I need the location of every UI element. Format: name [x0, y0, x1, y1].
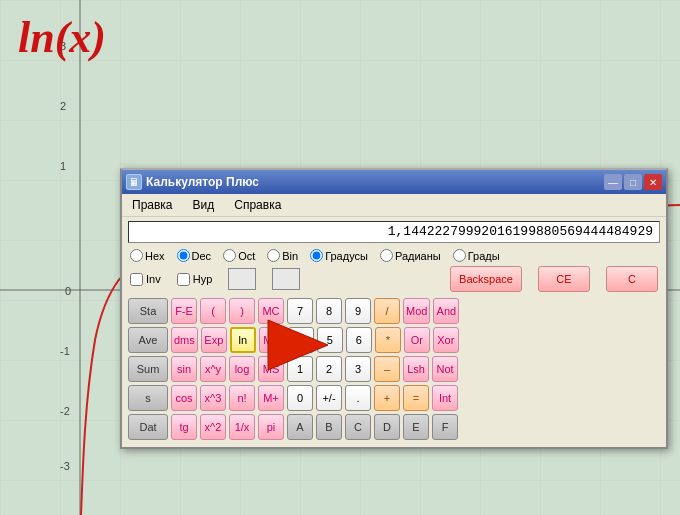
radio-bin[interactable]: Bin — [267, 249, 298, 262]
maximize-button[interactable]: □ — [624, 174, 642, 190]
num0-button[interactable]: 0 — [287, 385, 313, 411]
number-system-row: Hex Dec Oct Bin Градусы Радианы Грады — [122, 247, 666, 264]
svg-text:-1: -1 — [60, 345, 70, 357]
menu-view[interactable]: Вид — [187, 196, 221, 214]
xpowy-button[interactable]: x^y — [200, 356, 226, 382]
window-title: Калькулятор Плюс — [146, 175, 604, 189]
app-icon: 🖩 — [126, 174, 142, 190]
num2-button[interactable]: 2 — [316, 356, 342, 382]
lparen-button[interactable]: ( — [200, 298, 226, 324]
and-button[interactable]: And — [433, 298, 459, 324]
log-button[interactable]: log — [229, 356, 255, 382]
lsh-button[interactable]: Lsh — [403, 356, 429, 382]
radio-degrees[interactable]: Градусы — [310, 249, 368, 262]
c-button[interactable]: C — [606, 266, 658, 292]
hexf-button[interactable]: F — [432, 414, 458, 440]
div-button[interactable]: / — [374, 298, 400, 324]
svg-text:0: 0 — [65, 285, 71, 297]
btn-row-1: Sta F-E ( ) MC 7 8 9 / Mod And — [128, 298, 660, 324]
calculator-display: 1,14422279992016199880569444484929 — [128, 221, 660, 243]
svg-text:2: 2 — [60, 100, 66, 112]
ce-button[interactable]: CE — [538, 266, 590, 292]
btn-row-4: s cos x^3 n! M+ 0 +/- . + = Int — [128, 385, 660, 411]
radio-hex[interactable]: Hex — [130, 249, 165, 262]
menu-help[interactable]: Справка — [228, 196, 287, 214]
exp-button[interactable]: Exp — [201, 327, 227, 353]
radio-grads[interactable]: Грады — [453, 249, 500, 262]
radio-oct[interactable]: Oct — [223, 249, 255, 262]
sin-button[interactable]: sin — [171, 356, 197, 382]
or-button[interactable]: Or — [404, 327, 430, 353]
equals-button[interactable]: = — [403, 385, 429, 411]
xpow2-button[interactable]: x^2 — [200, 414, 226, 440]
mul-button[interactable]: * — [375, 327, 401, 353]
svg-text:1: 1 — [60, 160, 66, 172]
tg-button[interactable]: tg — [171, 414, 197, 440]
hexd-button[interactable]: D — [374, 414, 400, 440]
mod-button[interactable]: Mod — [403, 298, 430, 324]
mr-button[interactable]: MR — [259, 327, 285, 353]
sub-button[interactable]: – — [374, 356, 400, 382]
hexa-button[interactable]: A — [287, 414, 313, 440]
close-button[interactable]: ✕ — [644, 174, 662, 190]
btn-row-5: Dat tg x^2 1/x pi A B C D E F — [128, 414, 660, 440]
xor-button[interactable]: Xor — [433, 327, 459, 353]
minimize-button[interactable]: — — [604, 174, 622, 190]
radio-dec[interactable]: Dec — [177, 249, 212, 262]
button-section: Sta F-E ( ) MC 7 8 9 / Mod And Ave dms E… — [122, 294, 666, 447]
cos-button[interactable]: cos — [171, 385, 197, 411]
check-row: Inv Hyp Backspace CE C — [122, 264, 666, 294]
not-button[interactable]: Not — [432, 356, 458, 382]
plusminus-button[interactable]: +/- — [316, 385, 342, 411]
fe-button[interactable]: F-E — [171, 298, 197, 324]
ms-button[interactable]: MS — [258, 356, 284, 382]
menu-edit[interactable]: Правка — [126, 196, 179, 214]
hexb-button[interactable]: B — [316, 414, 342, 440]
btn-row-3: Sum sin x^y log MS 1 2 3 – Lsh Not — [128, 356, 660, 382]
num6-button[interactable]: 6 — [346, 327, 372, 353]
menu-bar: Правка Вид Справка — [122, 194, 666, 217]
num8-button[interactable]: 8 — [316, 298, 342, 324]
small-box-2 — [272, 268, 300, 290]
dot-button[interactable]: . — [345, 385, 371, 411]
checkbox-inv[interactable]: Inv — [130, 273, 161, 286]
mc-button[interactable]: MC — [258, 298, 284, 324]
num4-button[interactable]: 4 — [288, 327, 314, 353]
num7-button[interactable]: 7 — [287, 298, 313, 324]
dms-button[interactable]: dms — [171, 327, 198, 353]
recip-button[interactable]: 1/x — [229, 414, 255, 440]
svg-text:-3: -3 — [60, 460, 70, 472]
small-box-1 — [228, 268, 256, 290]
sta-button[interactable]: Sta — [128, 298, 168, 324]
title-bar: 🖩 Калькулятор Плюс — □ ✕ — [122, 170, 666, 194]
mplus-button[interactable]: M+ — [258, 385, 284, 411]
window-controls: — □ ✕ — [604, 174, 662, 190]
nfact-button[interactable]: n! — [229, 385, 255, 411]
calculator-window: 🖩 Калькулятор Плюс — □ ✕ Правка Вид Спра… — [120, 168, 668, 449]
num1-button[interactable]: 1 — [287, 356, 313, 382]
num5-button[interactable]: 5 — [317, 327, 343, 353]
num9-button[interactable]: 9 — [345, 298, 371, 324]
hexe-button[interactable]: E — [403, 414, 429, 440]
s-button[interactable]: s — [128, 385, 168, 411]
dat-button[interactable]: Dat — [128, 414, 168, 440]
rparen-button[interactable]: ) — [229, 298, 255, 324]
int-button[interactable]: Int — [432, 385, 458, 411]
sum-button[interactable]: Sum — [128, 356, 168, 382]
pi-button[interactable]: pi — [258, 414, 284, 440]
ln-button[interactable]: ln — [230, 327, 256, 353]
svg-text:-2: -2 — [60, 405, 70, 417]
checkbox-hyp[interactable]: Hyp — [177, 273, 213, 286]
xpow3-button[interactable]: x^3 — [200, 385, 226, 411]
backspace-button[interactable]: Backspace — [450, 266, 522, 292]
hexc-button[interactable]: C — [345, 414, 371, 440]
graph-formula-title: ln(x) — [18, 12, 106, 63]
add-button[interactable]: + — [374, 385, 400, 411]
btn-row-2: Ave dms Exp ln MR 4 5 6 * Or Xor — [128, 327, 660, 353]
num3-button[interactable]: 3 — [345, 356, 371, 382]
radio-radians[interactable]: Радианы — [380, 249, 441, 262]
ave-button[interactable]: Ave — [128, 327, 168, 353]
